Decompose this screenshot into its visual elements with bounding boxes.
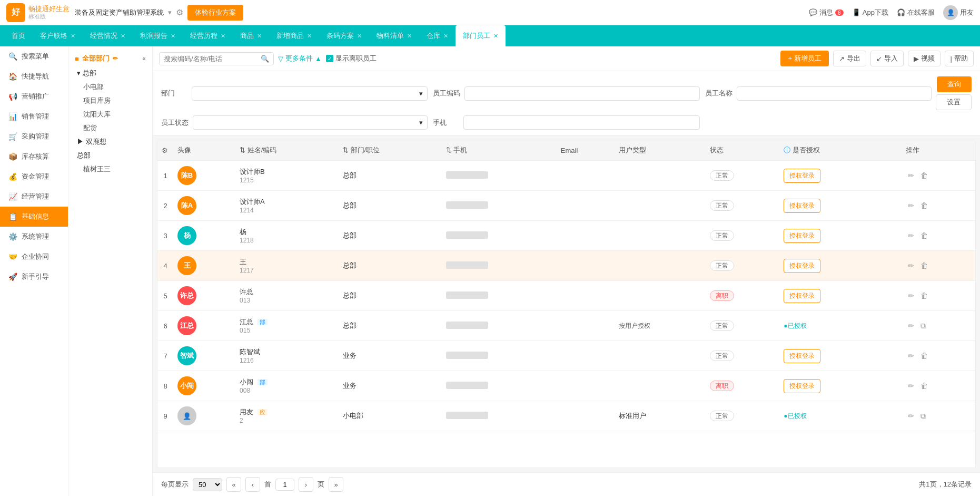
delete-button[interactable]: 🗑 — [918, 351, 930, 361]
auth-button[interactable]: 授权登录 — [784, 229, 820, 243]
sidebar-item-basic-info[interactable]: 📋 基础信息 — [0, 207, 68, 227]
show-resigned-checkbox[interactable]: ✓ 显示离职员工 — [326, 54, 377, 63]
edit-button[interactable]: ✏ — [906, 320, 916, 331]
search-icon[interactable]: 🔍 — [261, 55, 269, 63]
export-button[interactable]: ↗ 导出 — [833, 51, 866, 66]
auth-button[interactable]: 授权登录 — [784, 349, 820, 363]
sidebar-item-guide[interactable]: 🚀 新手引导 — [0, 267, 68, 287]
more-conditions-button[interactable]: ▽ 更多条件 ▲ — [278, 54, 322, 63]
sidebar-item-operation[interactable]: 📈 经营管理 — [0, 187, 68, 207]
app-download-item[interactable]: 📱 App下载 — [852, 8, 888, 17]
dept-edit-icon[interactable]: ✏ — [113, 55, 118, 62]
first-page-button[interactable]: « — [226, 477, 241, 492]
try-solution-button[interactable]: 体验行业方案 — [187, 5, 243, 21]
auth-button[interactable]: 授权登录 — [784, 169, 820, 183]
last-page-button[interactable]: » — [329, 477, 343, 492]
phone-filter-input[interactable] — [463, 115, 699, 130]
copy-button[interactable]: ⧉ — [918, 320, 928, 332]
delete-button[interactable]: 🗑 — [918, 200, 930, 211]
page-number-input[interactable] — [275, 479, 294, 491]
tab-customer[interactable]: 客户联络 ✕ — [33, 25, 83, 46]
sidebar-item-system[interactable]: ⚙️ 系统管理 — [0, 227, 68, 247]
close-icon[interactable]: ✕ — [221, 33, 225, 40]
edit-button[interactable]: ✏ — [906, 260, 916, 271]
sidebar-item-search[interactable]: 🔍 搜索菜单 — [0, 46, 68, 66]
tab-history[interactable]: 经营历程 ✕ — [183, 25, 233, 46]
add-employee-button[interactable]: + 新增员工 — [780, 51, 828, 66]
close-icon[interactable]: ✕ — [71, 33, 75, 40]
help-button[interactable]: | 帮助 — [945, 51, 974, 66]
view-button[interactable]: ▶ 视频 — [908, 51, 941, 66]
tab-barcode[interactable]: 条码方案 ✕ — [319, 25, 369, 46]
delete-button[interactable]: 🗑 — [918, 170, 930, 181]
edit-button[interactable]: ✏ — [906, 290, 916, 301]
sidebar-item-marketing[interactable]: 📢 营销推广 — [0, 86, 68, 106]
dept-group-label[interactable]: ▾ 总部 — [68, 66, 152, 80]
close-icon[interactable]: ✕ — [443, 33, 448, 40]
dept-filter-select[interactable]: ▾ — [192, 86, 428, 101]
tab-goods[interactable]: 商品 ✕ — [233, 25, 269, 46]
close-icon[interactable]: ✕ — [307, 33, 312, 40]
dept-group-zongbu2[interactable]: 总部 — [68, 149, 152, 162]
sidebar-item-inventory[interactable]: 📦 库存核算 — [0, 147, 68, 167]
th-settings[interactable]: ⚙ — [157, 140, 173, 161]
import-button[interactable]: ↙ 导入 — [870, 51, 904, 66]
empname-filter-input[interactable] — [737, 86, 932, 101]
edit-button[interactable]: ✏ — [906, 351, 916, 361]
close-icon[interactable]: ✕ — [407, 33, 412, 40]
edit-button[interactable]: ✏ — [906, 170, 916, 181]
dept-child-project[interactable]: 项目库房 — [68, 94, 152, 108]
edit-button[interactable]: ✏ — [906, 381, 916, 391]
message-icon-item[interactable]: 💬 消息 6 — [809, 8, 844, 17]
per-page-select[interactable]: 50 100 — [193, 478, 222, 491]
user-avatar-item[interactable]: 👤 用友 — [943, 5, 974, 20]
sidebar-item-collab[interactable]: 🤝 企业协同 — [0, 247, 68, 267]
delete-button[interactable]: 🗑 — [918, 381, 930, 391]
dept-child-peihua[interactable]: 配货 — [68, 121, 152, 135]
query-button[interactable]: 查询 — [937, 76, 972, 92]
auth-button[interactable]: 授权登录 — [784, 199, 820, 213]
empcode-filter-input[interactable] — [464, 86, 699, 101]
edit-button[interactable]: ✏ — [906, 411, 916, 421]
dept-child-zhishu[interactable]: 植树王三 — [68, 162, 152, 176]
tab-dept-staff[interactable]: 部门员工 ✕ — [456, 25, 506, 46]
delete-button[interactable]: 🗑 — [918, 290, 930, 301]
th-dept-position[interactable]: ⇅ 部门/职位 — [339, 140, 442, 161]
delete-button[interactable]: 🗑 — [918, 230, 930, 241]
close-icon[interactable]: ✕ — [171, 33, 175, 40]
auth-button[interactable]: 授权登录 — [784, 289, 820, 303]
dept-group-shuanglu[interactable]: ▶ 双鹿想 — [68, 135, 152, 149]
close-icon[interactable]: ✕ — [493, 33, 498, 40]
auth-button[interactable]: 授权登录 — [784, 259, 820, 273]
sidebar-item-sales[interactable]: 📊 销售管理 — [0, 106, 68, 127]
th-phone[interactable]: ⇅ 手机 — [442, 140, 557, 161]
online-service-item[interactable]: 🎧 在线客服 — [897, 8, 935, 17]
th-name-code[interactable]: ⇅ 姓名/编码 — [235, 140, 339, 161]
auth-button[interactable]: 授权登录 — [784, 379, 820, 393]
dept-child-shenyang[interactable]: 沈阳大库 — [68, 108, 152, 121]
tab-profit[interactable]: 利润报告 ✕ — [133, 25, 183, 46]
tab-warehouse[interactable]: 仓库 ✕ — [419, 25, 456, 46]
tab-home[interactable]: 首页 — [4, 25, 33, 46]
search-input[interactable] — [164, 55, 259, 63]
system-dropdown-icon[interactable]: ▾ — [168, 8, 172, 16]
sidebar-item-purchase[interactable]: 🛒 采购管理 — [0, 127, 68, 147]
next-page-button[interactable]: › — [299, 477, 313, 492]
set-button[interactable]: 设置 — [936, 94, 972, 110]
gear-icon[interactable]: ⚙ — [176, 7, 183, 17]
tab-bom[interactable]: 物料清单 ✕ — [369, 25, 419, 46]
dept-collapse-icon[interactable]: « — [142, 55, 146, 62]
close-icon[interactable]: ✕ — [357, 33, 362, 40]
delete-button[interactable]: 🗑 — [918, 260, 930, 271]
sidebar-item-finance[interactable]: 💰 资金管理 — [0, 167, 68, 187]
dept-child-xiao-dian[interactable]: 小电部 — [68, 80, 152, 94]
sidebar-item-nav[interactable]: 🏠 快捷导航 — [0, 66, 68, 86]
prev-page-button[interactable]: ‹ — [245, 477, 260, 492]
status-filter-select[interactable]: ▾ — [193, 115, 428, 130]
copy-button[interactable]: ⧉ — [918, 411, 928, 422]
tab-business-status[interactable]: 经营情况 ✕ — [83, 25, 133, 46]
tab-new-goods[interactable]: 新增商品 ✕ — [269, 25, 319, 46]
edit-button[interactable]: ✏ — [906, 230, 916, 241]
close-icon[interactable]: ✕ — [121, 33, 125, 40]
close-icon[interactable]: ✕ — [257, 33, 262, 40]
